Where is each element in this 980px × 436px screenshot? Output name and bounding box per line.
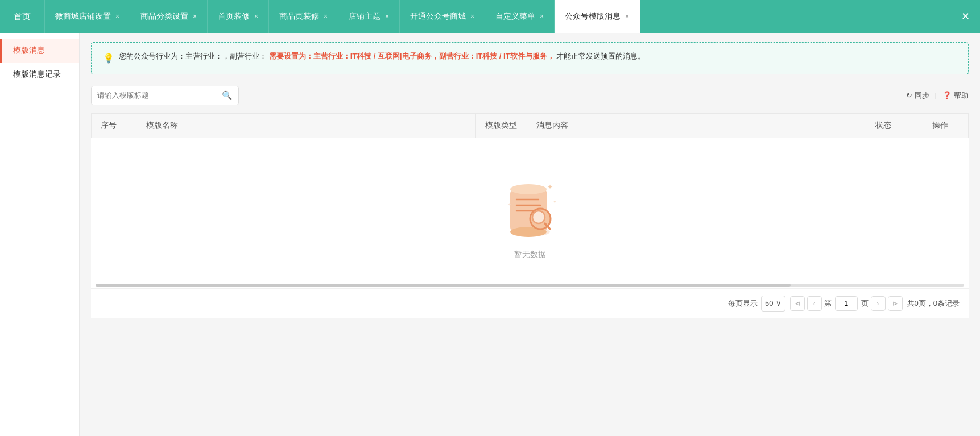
total-info: 共0页，0条记录 bbox=[907, 298, 960, 309]
search-input-wrap[interactable]: 🔍 bbox=[91, 86, 239, 105]
col-header-0: 序号 bbox=[92, 113, 137, 138]
help-button[interactable]: ❓ 帮助 bbox=[942, 90, 969, 101]
tab-item-4[interactable]: 商品页装修 × bbox=[269, 0, 338, 33]
tab-bar-close[interactable]: ✕ bbox=[951, 0, 980, 33]
table-header-row: 序号模版名称模版类型消息内容状态操作 bbox=[92, 113, 969, 138]
page-nav: ⊲ ‹ 第 页 › ⊳ bbox=[790, 296, 903, 311]
col-header-4: 状态 bbox=[866, 113, 923, 138]
col-header-5: 操作 bbox=[923, 113, 969, 138]
col-header-1: 模版名称 bbox=[137, 113, 476, 138]
sync-icon: ↻ bbox=[906, 91, 912, 99]
page-input[interactable] bbox=[835, 296, 858, 311]
tab-item-7[interactable]: 自定义菜单 × bbox=[485, 0, 555, 33]
page-input-wrap: 第 页 bbox=[824, 296, 869, 311]
data-table: 序号模版名称模版类型消息内容状态操作 bbox=[91, 113, 969, 138]
tab-item-2[interactable]: 商品分类设置 × bbox=[130, 0, 208, 33]
tab-close-icon-8[interactable]: × bbox=[625, 13, 629, 20]
empty-text: 暂无数据 bbox=[514, 250, 546, 260]
help-icon: ❓ bbox=[942, 91, 952, 99]
sync-label: 同步 bbox=[915, 90, 929, 101]
tab-close-icon-5[interactable]: × bbox=[385, 13, 389, 20]
svg-point-8 bbox=[532, 211, 545, 223]
tab-close-icon-6[interactable]: × bbox=[470, 13, 474, 20]
scrollbar-area[interactable] bbox=[91, 283, 969, 288]
tab-item-3[interactable]: 首页装修 × bbox=[208, 0, 269, 33]
last-page-button[interactable]: ⊳ bbox=[888, 296, 903, 311]
sync-button[interactable]: ↻ 同步 bbox=[906, 90, 929, 101]
first-page-button[interactable]: ⊲ bbox=[790, 296, 805, 311]
per-page-label: 每页显示 bbox=[728, 298, 758, 309]
tab-item-0[interactable]: 首页 bbox=[0, 0, 45, 33]
notice-suffix: 才能正常发送预置的消息。 bbox=[556, 52, 645, 60]
tab-close-icon-4[interactable]: × bbox=[324, 13, 328, 20]
svg-text:✦: ✦ bbox=[507, 201, 512, 207]
content-area: 💡 您的公众号行业为：主营行业：，副营行业： 需要设置为：主营行业：IT科技 /… bbox=[80, 33, 980, 436]
tab-close-icon-3[interactable]: × bbox=[254, 13, 258, 20]
tab-item-8[interactable]: 公众号模版消息 × bbox=[555, 0, 640, 33]
empty-state: ✦ ✦ ✦ 暂无数据 bbox=[91, 138, 969, 283]
scrollbar-track[interactable] bbox=[96, 284, 964, 287]
search-bar: 🔍 ↻ 同步 | ❓ 帮助 bbox=[91, 86, 969, 105]
tab-item-5[interactable]: 店铺主题 × bbox=[338, 0, 400, 33]
col-header-2: 模版类型 bbox=[476, 113, 527, 138]
svg-text:✦: ✦ bbox=[553, 200, 557, 205]
sidebar-item-0[interactable]: 模版消息 bbox=[0, 39, 79, 63]
tab-close-icon-7[interactable]: × bbox=[540, 13, 544, 20]
notice-prefix: 您的公众号行业为：主营行业：，副营行业： bbox=[119, 52, 267, 60]
sidebar-item-1[interactable]: 模版消息记录 bbox=[0, 63, 79, 86]
tab-item-1[interactable]: 微商城店铺设置 × bbox=[45, 0, 130, 33]
page-size-chevron-icon: ∨ bbox=[776, 299, 781, 308]
page-size-select[interactable]: 50 ∨ bbox=[761, 296, 785, 312]
tab-bar: 首页微商城店铺设置 ×商品分类设置 ×首页装修 ×商品页装修 ×店铺主题 ×开通… bbox=[0, 0, 980, 33]
next-page-button[interactable]: › bbox=[871, 296, 886, 311]
main-layout: 模版消息模版消息记录 💡 您的公众号行业为：主营行业：，副营行业： 需要设置为：… bbox=[0, 33, 980, 436]
search-input[interactable] bbox=[97, 91, 222, 99]
notice-highlight: 需要设置为：主营行业：IT科技 / 互联网|电子商务，副营行业：IT科技 / I… bbox=[269, 52, 555, 60]
notice-icon: 💡 bbox=[103, 51, 114, 66]
notice-text: 您的公众号行业为：主营行业：，副营行业： 需要设置为：主营行业：IT科技 / 互… bbox=[119, 51, 645, 63]
page-first-label: 第 bbox=[824, 298, 832, 309]
tab-item-6[interactable]: 开通公众号商城 × bbox=[400, 0, 485, 33]
col-header-3: 消息内容 bbox=[527, 113, 866, 138]
table-wrapper: 序号模版名称模版类型消息内容状态操作 bbox=[91, 113, 969, 318]
per-page-section: 每页显示 50 ∨ bbox=[728, 296, 785, 312]
scrollbar-thumb[interactable] bbox=[96, 284, 791, 287]
prev-page-button[interactable]: ‹ bbox=[807, 296, 822, 311]
sidebar: 模版消息模版消息记录 bbox=[0, 33, 80, 436]
svg-point-2 bbox=[510, 184, 547, 194]
page-label: 页 bbox=[861, 298, 869, 309]
empty-illustration: ✦ ✦ ✦ bbox=[496, 172, 564, 240]
notice-box: 💡 您的公众号行业为：主营行业：，副营行业： 需要设置为：主营行业：IT科技 /… bbox=[91, 42, 969, 74]
toolbar-divider: | bbox=[935, 91, 937, 99]
page-size-value: 50 bbox=[765, 299, 773, 308]
tab-close-icon-1[interactable]: × bbox=[115, 13, 119, 20]
svg-text:✦: ✦ bbox=[547, 183, 553, 191]
pagination: 每页显示 50 ∨ ⊲ ‹ 第 页 › ⊳ bbox=[91, 288, 969, 318]
help-label: 帮助 bbox=[954, 90, 969, 101]
toolbar-right: ↻ 同步 | ❓ 帮助 bbox=[906, 90, 969, 101]
tab-close-icon-2[interactable]: × bbox=[193, 13, 197, 20]
search-icon[interactable]: 🔍 bbox=[222, 90, 233, 101]
